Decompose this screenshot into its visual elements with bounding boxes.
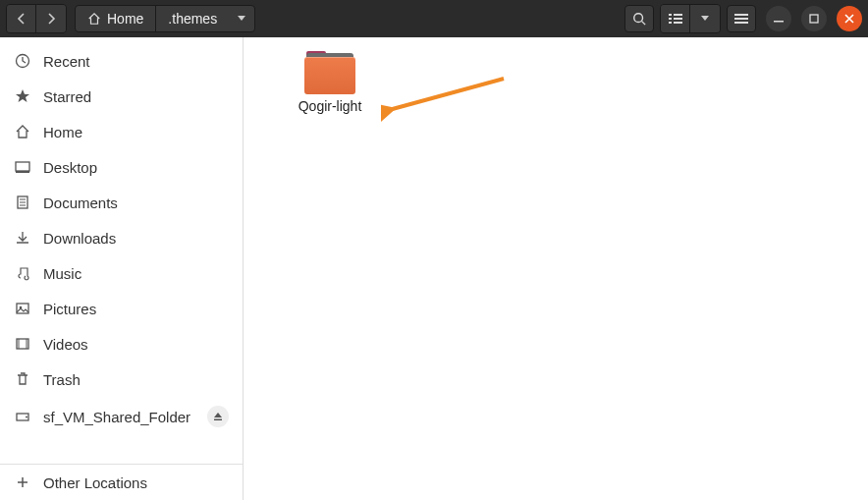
- list-view-button[interactable]: [661, 5, 690, 32]
- close-button[interactable]: [837, 6, 862, 31]
- sidebar-item-label: Downloads: [43, 230, 116, 247]
- svg-rect-6: [669, 22, 672, 24]
- svg-rect-12: [810, 15, 818, 23]
- search-icon: [632, 12, 646, 26]
- breadcrumb: Home .themes: [75, 5, 255, 32]
- downloads-icon: [14, 229, 31, 247]
- maximize-button[interactable]: [801, 6, 827, 31]
- sidebar-item-home[interactable]: Home: [0, 114, 243, 149]
- eject-button[interactable]: [207, 406, 229, 427]
- sidebar-item-label: Documents: [43, 194, 118, 211]
- svg-rect-8: [734, 14, 748, 16]
- documents-icon: [14, 194, 31, 211]
- breadcrumb-home[interactable]: Home: [76, 6, 156, 31]
- annotation-arrow: [381, 73, 509, 122]
- folder-icon: [304, 51, 355, 94]
- sidebar-item-recent[interactable]: Recent: [0, 43, 243, 79]
- sidebar-item-desktop[interactable]: Desktop: [0, 149, 243, 185]
- svg-point-0: [634, 14, 643, 23]
- sidebar-item-label: Videos: [43, 336, 88, 353]
- svg-rect-4: [669, 18, 672, 20]
- svg-rect-14: [16, 162, 29, 171]
- home-icon: [14, 123, 31, 140]
- caret-down-icon: [237, 15, 246, 23]
- sidebar-item-label: Recent: [43, 53, 90, 70]
- svg-rect-2: [669, 14, 672, 16]
- sidebar-item-other-locations[interactable]: Other Locations: [0, 465, 243, 500]
- window-body: Recent Starred Home Desktop Documents: [0, 37, 868, 500]
- sidebar-item-label: Other Locations: [43, 474, 147, 491]
- view-switcher: [660, 4, 721, 33]
- videos-icon: [14, 335, 31, 353]
- sidebar-item-pictures[interactable]: Pictures: [0, 291, 243, 326]
- sidebar-item-label: Desktop: [43, 159, 97, 176]
- svg-rect-9: [734, 18, 748, 20]
- caret-down-icon: [700, 15, 710, 23]
- clock-icon: [14, 52, 31, 70]
- breadcrumb-current[interactable]: .themes: [156, 6, 229, 31]
- drive-icon: [14, 408, 31, 425]
- back-button[interactable]: [7, 5, 36, 32]
- sidebar-item-trash[interactable]: Trash: [0, 361, 243, 397]
- svg-rect-7: [674, 22, 682, 24]
- svg-rect-10: [734, 22, 748, 24]
- sidebar-item-documents[interactable]: Documents: [0, 185, 243, 220]
- trash-icon: [14, 370, 31, 388]
- list-icon: [669, 13, 682, 25]
- svg-rect-3: [674, 14, 682, 16]
- sidebar: Recent Starred Home Desktop Documents: [0, 37, 244, 500]
- close-icon: [844, 14, 854, 24]
- maximize-icon: [809, 14, 819, 24]
- search-button[interactable]: [624, 5, 654, 32]
- minimize-icon: [774, 14, 784, 24]
- titlebar: Home .themes: [0, 0, 868, 37]
- svg-line-1: [642, 22, 646, 26]
- menu-icon: [734, 13, 748, 25]
- sidebar-item-label: Trash: [43, 371, 81, 388]
- chevron-left-icon: [17, 13, 27, 25]
- svg-rect-20: [17, 304, 28, 313]
- sidebar-item-label: Starred: [43, 88, 91, 105]
- music-icon: [14, 264, 31, 282]
- svg-rect-11: [774, 21, 784, 23]
- sidebar-item-downloads[interactable]: Downloads: [0, 220, 243, 255]
- chevron-right-icon: [46, 13, 56, 25]
- eject-icon: [213, 412, 223, 421]
- view-options-button[interactable]: [690, 5, 720, 32]
- home-icon: [87, 12, 101, 26]
- forward-button[interactable]: [36, 5, 66, 32]
- breadcrumb-dropdown[interactable]: [229, 6, 254, 31]
- sidebar-item-music[interactable]: Music: [0, 255, 243, 291]
- nav-buttons: [6, 4, 67, 33]
- svg-line-28: [389, 79, 504, 110]
- breadcrumb-home-label: Home: [107, 11, 143, 27]
- star-icon: [14, 87, 31, 105]
- folder-label: Qogir-light: [298, 98, 362, 114]
- minimize-button[interactable]: [766, 6, 791, 31]
- sidebar-item-starred[interactable]: Starred: [0, 79, 243, 114]
- sidebar-item-label: Music: [43, 265, 81, 282]
- sidebar-item-label: sf_VM_Shared_Folder: [43, 409, 190, 425]
- sidebar-item-label: Pictures: [43, 301, 96, 317]
- sidebar-item-videos[interactable]: Videos: [0, 326, 243, 361]
- hamburger-menu-button[interactable]: [727, 5, 756, 32]
- svg-rect-5: [674, 18, 682, 20]
- sidebar-list: Recent Starred Home Desktop Documents: [0, 37, 243, 464]
- pictures-icon: [14, 300, 31, 317]
- svg-rect-15: [16, 171, 29, 173]
- file-manager-window: Home .themes: [0, 0, 868, 500]
- content-area[interactable]: Qogir-light: [244, 37, 868, 500]
- svg-rect-27: [214, 419, 222, 421]
- plus-icon: [14, 473, 31, 491]
- breadcrumb-current-label: .themes: [168, 11, 217, 27]
- folder-item[interactable]: Qogir-light: [281, 51, 379, 114]
- desktop-icon: [14, 158, 31, 176]
- sidebar-item-shared-folder[interactable]: sf_VM_Shared_Folder: [0, 397, 243, 436]
- svg-point-26: [26, 417, 27, 418]
- sidebar-item-label: Home: [43, 124, 82, 140]
